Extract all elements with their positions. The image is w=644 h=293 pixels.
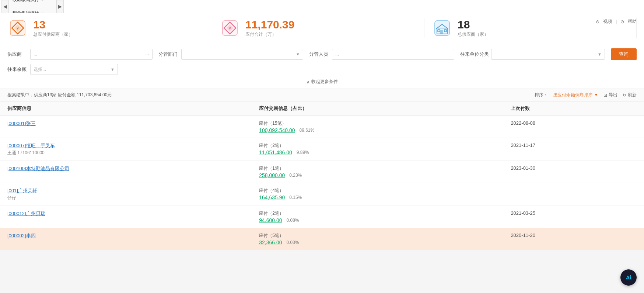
- balance-arrow-icon: ▼: [111, 67, 115, 72]
- video-icon: ⊙: [596, 19, 599, 24]
- stat-payable-amount-content: 11,170.39 应付合计（万）: [245, 18, 294, 38]
- txn-row-6: 32,366.00 0.03%: [259, 239, 511, 245]
- supplier-label: 供应商: [7, 51, 28, 58]
- supplier-info-2: [000007]恒旺二手叉车王通 17106110000: [7, 142, 259, 156]
- txn-info-4: 应付（4笔） 164,635.90 0.15%: [259, 187, 511, 200]
- txn-info-6: 应付（5笔） 32,366.00 0.03%: [259, 232, 511, 245]
- diamond-pink-icon: ¥: [220, 18, 240, 38]
- sort-value[interactable]: 按应付余额倒序排序 ▼: [553, 92, 598, 98]
- col-supplier-info: 供应商信息: [7, 105, 259, 112]
- txn-row-1: 100,092,540.00 89.61%: [259, 127, 511, 133]
- person-input[interactable]: ...: [332, 49, 454, 60]
- sort-label: 排序：: [535, 92, 548, 98]
- export-icon: ⊡: [603, 93, 607, 98]
- collapse-up-icon: ∧: [307, 79, 310, 85]
- table-row-6: [000002]李四 应付（5笔） 32,366.00 0.03% 2020-1…: [0, 228, 644, 250]
- txn-pct-1: 89.61%: [300, 128, 315, 133]
- supplier-info-1: [000001]张三: [7, 120, 259, 127]
- export-button[interactable]: ⊡ 导出: [603, 92, 617, 98]
- supplier-link-6[interactable]: [000002]李四: [7, 233, 36, 238]
- nav-tab-receipt-verify[interactable]: 收款核销执行×: [9, 0, 56, 7]
- nav-next-arrow[interactable]: ▶: [56, 0, 64, 13]
- table-container: 供应商信息 应付交易信息（占比） 上次付数 [000001]张三 应付（15笔）…: [0, 101, 644, 250]
- nav-prev-arrow[interactable]: ◀: [1, 0, 9, 13]
- balance-select[interactable]: 选择... ▼: [30, 64, 118, 75]
- txn-amount-5[interactable]: 94,600.00: [259, 217, 282, 223]
- svg-text:¥: ¥: [229, 27, 231, 30]
- last-pay-1: 2022-08-08: [511, 120, 637, 126]
- export-label: 导出: [609, 92, 617, 98]
- supplier-info-6: [000002]李四: [7, 232, 259, 239]
- supplier-link-4[interactable]: [001]广州荣轩: [7, 188, 37, 193]
- supplier-more-icon: ···: [145, 52, 149, 57]
- person-label: 分管人员: [309, 51, 330, 58]
- stat-payable-amount: ¥ 11,170.39 应付合计（万）: [212, 18, 424, 38]
- video-link[interactable]: 视频: [603, 18, 612, 25]
- filter-balance: 往来余额 选择... ▼: [7, 64, 118, 75]
- txn-amount-1[interactable]: 100,092,540.00: [259, 127, 295, 133]
- category-select[interactable]: ▼: [491, 49, 605, 60]
- txn-row-3: 258,000.00 0.23%: [259, 172, 511, 178]
- person-placeholder: ...: [335, 52, 339, 57]
- table-body: [000001]张三 应付（15笔） 100,092,540.00 89.61%…: [0, 116, 644, 250]
- txn-pct-4: 0.15%: [289, 195, 302, 200]
- txn-label-5: 应付（2笔）: [259, 210, 511, 217]
- help-link[interactable]: 帮助: [628, 18, 637, 25]
- txn-info-5: 应付（2笔） 94,600.00 0.08%: [259, 210, 511, 223]
- supplier-sub-4: 仔仔: [7, 195, 259, 201]
- stat-payable-suppliers-content: 13 总应付供应商（家）: [33, 18, 73, 38]
- last-pay-3: 2023-01-30: [511, 165, 637, 171]
- txn-amount-2[interactable]: 11,051,486.00: [259, 149, 292, 155]
- txn-amount-6[interactable]: 32,366.00: [259, 239, 282, 245]
- last-pay-6: 2020-11-20: [511, 232, 637, 238]
- divider: |: [616, 19, 617, 24]
- nav-tab-cash-bank-stat[interactable]: 现金银行统计×: [9, 7, 56, 14]
- txn-row-4: 164,635.90 0.15%: [259, 194, 511, 200]
- refresh-label: 刷新: [628, 92, 637, 98]
- table-row-4: [001]广州荣轩仔仔 应付（4笔） 164,635.90 0.15%: [0, 183, 644, 206]
- txn-info-2: 应付（2笔） 11,051,486.00 9.89%: [259, 142, 511, 155]
- txn-amount-4[interactable]: 164,635.90: [259, 194, 285, 200]
- filter-category: 往来单位分类 ▼: [460, 49, 605, 60]
- stat-payable-suppliers-label: 总应付供应商（家）: [33, 31, 73, 38]
- top-right-links: ⊙ 视频 | ⊙ 帮助: [596, 18, 637, 25]
- txn-pct-2: 9.89%: [297, 150, 309, 155]
- nav-tabs: 首页×其他收入单×应收应付调整单×银行存取款单×预收冲应收单×收款核销执行×现金…: [9, 0, 56, 13]
- supplier-link-3[interactable]: [000100]本特勤油品有限公司: [7, 166, 69, 171]
- stat-payable-suppliers: ¥ 13 总应付供应商（家）: [7, 18, 212, 38]
- col-last-pay: 上次付数: [511, 105, 637, 112]
- table-row-3: [000100]本特勤油品有限公司 应付（1笔） 258,000.00 0.23…: [0, 161, 644, 183]
- result-summary: 搜索结果中，供应商13家 应付金额 111,703,854.00元: [7, 92, 112, 98]
- filter-person: 分管人员 ...: [309, 49, 454, 60]
- txn-pct-3: 0.23%: [289, 173, 302, 178]
- collapse-label: 收起更多条件: [311, 79, 338, 85]
- supplier-link-5[interactable]: [000012]广州贝瑞: [7, 211, 45, 216]
- balance-placeholder: 选择...: [34, 66, 46, 73]
- top-navigation: ◀ 首页×其他收入单×应收应付调整单×银行存取款单×预收冲应收单×收款核销执行×…: [0, 0, 644, 13]
- nav-tab-close-receipt-verify[interactable]: ×: [41, 0, 43, 2]
- refresh-button[interactable]: ↻ 刷新: [623, 92, 637, 98]
- txn-row-5: 94,600.00 0.08%: [259, 217, 511, 223]
- stat-payable-amount-label: 应付合计（万）: [245, 31, 294, 38]
- supplier-link-2[interactable]: [000007]恒旺二手叉车: [7, 143, 55, 148]
- collapse-button[interactable]: ∧ 收起更多条件: [307, 79, 338, 85]
- nav-tab-label: 收款核销执行: [13, 0, 39, 3]
- stats-bar: ¥ 13 总应付供应商（家） ¥ 11,170.39 应付合计（万）: [0, 13, 644, 43]
- txn-label-6: 应付（5笔）: [259, 232, 511, 239]
- supplier-sub-2: 王通 17106110000: [7, 150, 259, 156]
- stat-total-suppliers-number: 18: [458, 18, 489, 31]
- result-bar: 搜索结果中，供应商13家 应付金额 111,703,854.00元 排序： 按应…: [0, 89, 644, 101]
- dept-select[interactable]: ▼: [181, 49, 304, 60]
- table-header: 供应商信息 应付交易信息（占比） 上次付数: [0, 101, 644, 116]
- svg-text:¥: ¥: [17, 27, 18, 30]
- diamond-orange-icon: ¥: [7, 18, 28, 38]
- txn-amount-3[interactable]: 258,000.00: [259, 172, 285, 178]
- supplier-input[interactable]: ... ···: [30, 49, 153, 60]
- stat-payable-suppliers-number: 13: [33, 18, 73, 31]
- filter-row-1: 供应商 ... ··· 分管部门 ▼ 分管人员 ... 往来单位分类 ▼: [7, 48, 637, 60]
- query-button[interactable]: 查询: [611, 48, 637, 60]
- supplier-link-1[interactable]: [000001]张三: [7, 121, 36, 126]
- nav-tab-label: 现金银行统计: [13, 10, 39, 13]
- txn-pct-5: 0.08%: [286, 218, 299, 223]
- supplier-info-3: [000100]本特勤油品有限公司: [7, 165, 259, 172]
